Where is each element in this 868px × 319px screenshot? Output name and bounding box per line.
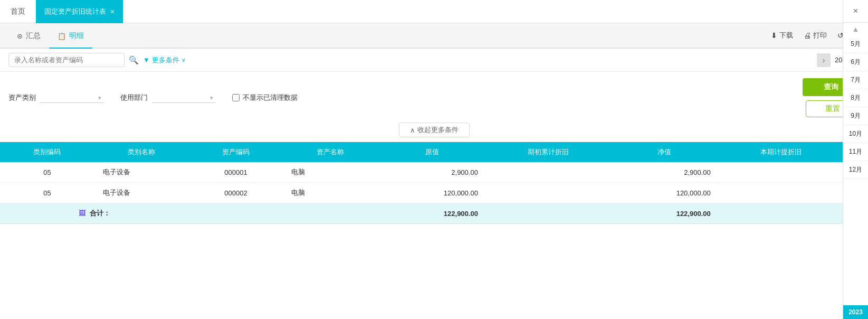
download-button[interactable]: ⬇ 下载 [771,31,793,40]
month-5[interactable]: 5月 [843,35,868,53]
row1-category-name: 电子设备 [94,162,189,183]
print-button[interactable]: 🖨 打印 [804,31,827,40]
total-accumulated [487,203,610,224]
row2-category-code: 05 [0,183,94,203]
asset-category-label: 资产类别 [8,93,36,102]
row1-net-value: 2,900.00 [610,162,719,183]
row2-asset-code: 000002 [189,183,283,203]
detail-icon: 📋 [58,32,66,40]
total-empty2 [283,203,377,224]
nav-tab-close[interactable]: × [110,7,115,16]
month-6[interactable]: 6月 [843,53,868,71]
search-input[interactable] [8,53,125,67]
nav-tab-label: 固定资产折旧统计表 [44,7,106,16]
month-11[interactable]: 11月 [843,143,868,161]
collapse-label: 收起更多条件 [417,125,459,135]
col-current-depreciation: 本期计提折旧 [719,142,843,162]
collapse-icon: ∧ [410,126,415,134]
print-label: 打印 [813,31,827,40]
tab-summary[interactable]: ⊛ 汇总 [8,24,49,49]
asset-category-select[interactable] [40,92,103,103]
hide-cleared-label: 不显示已清理数据 [243,93,298,102]
total-current-dep [719,203,843,224]
nav-tab-active[interactable]: 固定资产折旧统计表 × [36,0,123,23]
row1-accumulated [487,162,610,183]
month-9[interactable]: 9月 [843,107,868,125]
department-select[interactable] [152,92,215,103]
table-row[interactable]: 05 电子设备 000002 电脑 120,000.00 120,000.00 [0,183,843,203]
col-asset-code: 资产编码 [189,142,283,162]
row2-net-value: 120,000.00 [610,183,719,203]
total-original-value: 122,900.00 [377,203,487,224]
more-conditions-btn[interactable]: ▼ 更多条件 ∨ [143,55,186,65]
hide-cleared-checkbox[interactable] [232,94,240,101]
row2-current-dep [719,183,843,203]
col-net-value: 净值 [610,142,719,162]
month-8[interactable]: 8月 [843,89,868,107]
total-row: 🖼 合计： 122,900.00 122,900.00 [0,203,843,224]
asset-category-filter: 资产类别 ▾ [8,92,103,103]
department-label: 使用部门 [120,93,148,102]
download-icon: ⬇ [771,31,777,40]
month-7[interactable]: 7月 [843,71,868,89]
search-icon[interactable]: 🔍 [129,55,139,65]
tab-detail[interactable]: 📋 明细 [49,24,92,49]
row1-current-dep [719,162,843,183]
filter-icon: ▼ [143,56,150,64]
row2-asset-name: 电脑 [283,183,377,203]
chevron-down-icon: ∨ [182,57,186,63]
row1-category-code: 05 [0,162,94,183]
row2-accumulated [487,183,610,203]
total-label: 🖼 合计： [0,203,189,224]
download-label: 下载 [779,31,793,40]
col-category-name: 类别名称 [94,142,189,162]
detail-label: 明细 [69,31,84,41]
summary-label: 汇总 [26,31,41,41]
hide-cleared-group: 不显示已清理数据 [232,93,298,102]
nav-home[interactable]: 首页 [0,0,36,23]
department-filter: 使用部门 ▾ [120,92,215,103]
row2-category-name: 电子设备 [94,183,189,203]
right-arrow-button[interactable]: › [817,53,831,67]
right-sidebar: × ▲ 5月 6月 7月 8月 9月 10月 11月 12月 2023 [843,0,868,319]
year-badge[interactable]: 2023 [843,305,868,319]
print-icon: 🖨 [804,31,811,40]
month-12[interactable]: 12月 [843,161,868,179]
total-empty1 [189,203,283,224]
row2-original-value: 120,000.00 [377,183,487,203]
sidebar-close-btn[interactable]: × [843,0,868,23]
row1-asset-name: 电脑 [283,162,377,183]
row1-asset-code: 000001 [189,162,283,183]
total-icon: 🖼 [79,209,85,217]
col-asset-name: 资产名称 [283,142,377,162]
month-10[interactable]: 10月 [843,125,868,143]
more-conditions-label: 更多条件 [152,55,179,65]
row1-original-value: 2,900.00 [377,162,487,183]
table-container: 类别编码 类别名称 资产编码 资产名称 原值 期初累计折旧 净值 本期计提折旧 … [0,142,843,319]
col-accumulated-depreciation: 期初累计折旧 [487,142,610,162]
summary-icon: ⊛ [17,32,23,40]
collapse-btn[interactable]: ∧ 收起更多条件 [399,123,470,137]
total-net-value: 122,900.00 [610,203,719,224]
col-original-value: 原值 [377,142,487,162]
table-row[interactable]: 05 电子设备 000001 电脑 2,900.00 2,900.00 [0,162,843,183]
col-category-code: 类别编码 [0,142,94,162]
table-header-row: 类别编码 类别名称 资产编码 资产名称 原值 期初累计折旧 净值 本期计提折旧 [0,142,843,162]
scroll-up-btn[interactable]: ▲ [843,23,868,35]
